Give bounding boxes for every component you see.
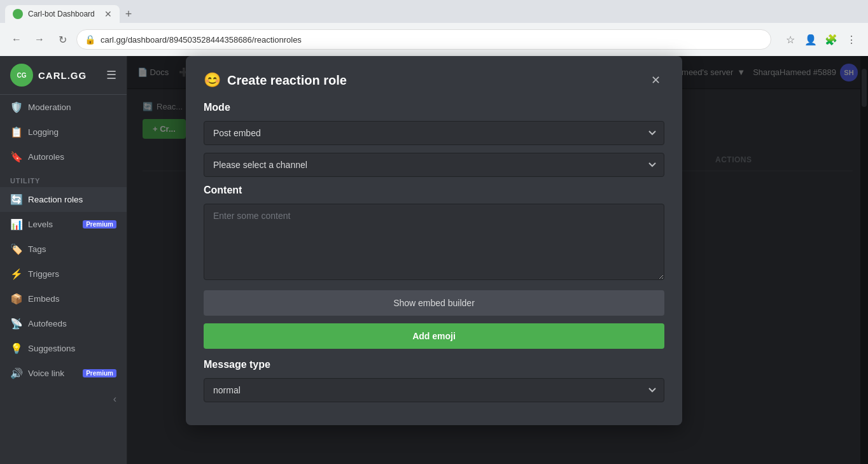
- sidebar-item-moderation[interactable]: 🛡️ Moderation: [0, 95, 127, 120]
- forward-button[interactable]: →: [31, 31, 48, 48]
- utility-section-label: UTILITY: [0, 169, 127, 187]
- sidebar-item-label: Autoroles: [28, 152, 64, 162]
- channel-select[interactable]: Please select a channel: [204, 153, 664, 177]
- mode-select[interactable]: Post embed Add to existing message Chann…: [204, 121, 664, 145]
- url-text: carl.gg/dashboard/894503528444358686/rea…: [101, 35, 302, 45]
- tab-title: Carl-bot Dashboard: [28, 10, 95, 18]
- sidebar-item-levels[interactable]: 📊 Levels Premium: [0, 212, 127, 237]
- sidebar-item-label: Reaction roles: [28, 195, 83, 204]
- content-section: Content Show embed builder Add emoji: [204, 185, 664, 359]
- content-section-title: Content: [204, 185, 664, 196]
- more-icon[interactable]: ⋮: [843, 31, 860, 48]
- levels-icon: 📊: [10, 218, 22, 230]
- sidebar-item-tags[interactable]: 🏷️ Tags: [0, 237, 127, 262]
- modal-title: 😊 Create reaction role: [204, 72, 347, 88]
- modal-close-button[interactable]: ✕: [647, 71, 664, 89]
- suggestions-icon: 💡: [10, 342, 22, 355]
- sidebar-item-label: Triggers: [28, 269, 59, 279]
- tab-favicon: [13, 9, 23, 19]
- create-reaction-role-modal: 😊 Create reaction role ✕ Mode Post embed…: [186, 56, 682, 425]
- bookmark-icon[interactable]: ☆: [781, 31, 799, 48]
- tab-close-button[interactable]: ✕: [104, 9, 112, 19]
- add-emoji-button[interactable]: Add emoji: [204, 323, 664, 349]
- new-tab-button[interactable]: +: [120, 5, 137, 23]
- autoroles-icon: 🔖: [10, 151, 22, 163]
- logo-text: CARL.GG: [38, 70, 87, 81]
- voice-link-premium-badge: Premium: [83, 369, 116, 377]
- message-type-section: Message type normal: [204, 359, 664, 410]
- extension-icon[interactable]: 🧩: [822, 31, 840, 48]
- sidebar-item-label: Autofeeds: [28, 319, 67, 328]
- browser-controls: ← → ↻ 🔒 carl.gg/dashboard/89450352844435…: [0, 23, 868, 56]
- sidebar-item-label: Voice link: [28, 369, 64, 378]
- mode-section: Mode Post embed Add to existing message …: [204, 102, 664, 185]
- moderation-icon: 🛡️: [10, 101, 22, 113]
- sidebar-item-label: Tags: [28, 244, 46, 254]
- browser-actions: ☆ 👤 🧩 ⋮: [781, 31, 860, 48]
- ssl-lock-icon: 🔒: [85, 34, 95, 45]
- sidebar-section-utility: UTILITY 🔄 Reaction roles 📊 Levels Premiu…: [0, 169, 127, 386]
- sidebar-item-logging[interactable]: 📋 Logging: [0, 120, 127, 144]
- back-button[interactable]: ←: [8, 31, 25, 48]
- sidebar-item-embeds[interactable]: 📦 Embeds: [0, 286, 127, 311]
- sidebar-item-label: Suggestions: [28, 344, 75, 353]
- message-type-section-title: Message type: [204, 359, 664, 370]
- modal-title-text: Create reaction role: [227, 73, 347, 88]
- levels-premium-badge: Premium: [83, 220, 116, 228]
- sidebar-collapse-button[interactable]: ‹: [113, 393, 116, 405]
- sidebar-item-label: Embeds: [28, 294, 60, 304]
- tags-icon: 🏷️: [10, 243, 22, 255]
- modal-header: 😊 Create reaction role ✕: [204, 71, 664, 89]
- sidebar-logo: CG CARL.GG ☰: [0, 56, 127, 95]
- message-type-select[interactable]: normal: [204, 378, 664, 402]
- sidebar-item-triggers[interactable]: ⚡ Triggers: [0, 262, 127, 286]
- profile-icon[interactable]: 👤: [802, 31, 820, 48]
- content-textarea[interactable]: [204, 204, 664, 280]
- sidebar-item-autoroles[interactable]: 🔖 Autoroles: [0, 144, 127, 169]
- sidebar-item-suggestions[interactable]: 💡 Suggestions: [0, 336, 127, 361]
- logo-image: CG: [10, 64, 33, 87]
- sidebar-item-voice-link[interactable]: 🔊 Voice link Premium: [0, 361, 127, 386]
- mode-section-title: Mode: [204, 102, 664, 113]
- sidebar-section-main: 🛡️ Moderation 📋 Logging 🔖 Autoroles: [0, 95, 127, 169]
- triggers-icon: ⚡: [10, 268, 22, 280]
- reaction-roles-icon: 🔄: [10, 193, 22, 206]
- browser-chrome: Carl-bot Dashboard ✕ + ← → ↻ 🔒 carl.gg/d…: [0, 0, 868, 56]
- address-bar[interactable]: 🔒 carl.gg/dashboard/894503528444358686/r…: [76, 29, 771, 50]
- hamburger-button[interactable]: ☰: [106, 68, 116, 82]
- autofeeds-icon: 📡: [10, 318, 22, 330]
- sidebar-item-label: Levels: [28, 220, 53, 229]
- modal-emoji-icon: 😊: [204, 72, 221, 88]
- voice-link-icon: 🔊: [10, 367, 22, 379]
- sidebar: CG CARL.GG ☰ 🛡️ Moderation 📋 Logging 🔖 A…: [0, 56, 127, 464]
- sidebar-item-label: Moderation: [28, 102, 71, 112]
- show-embed-builder-button[interactable]: Show embed builder: [204, 290, 664, 316]
- sidebar-item-autofeeds[interactable]: 📡 Autofeeds: [0, 311, 127, 336]
- logging-icon: 📋: [10, 126, 22, 138]
- embeds-icon: 📦: [10, 293, 22, 305]
- refresh-button[interactable]: ↻: [53, 31, 71, 48]
- active-tab[interactable]: Carl-bot Dashboard ✕: [5, 5, 120, 23]
- sidebar-item-label: Logging: [28, 127, 59, 137]
- browser-tabs: Carl-bot Dashboard ✕ +: [0, 0, 868, 23]
- sidebar-item-reaction-roles[interactable]: 🔄 Reaction roles: [0, 187, 127, 212]
